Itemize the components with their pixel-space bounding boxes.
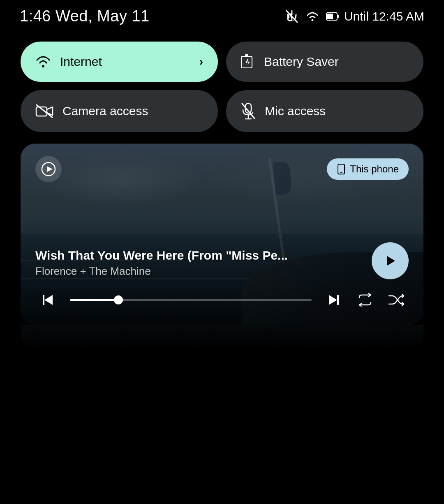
media-song-title: Wish That You Were Here (From "Miss Pe..… — [35, 249, 409, 262]
battery-icon — [326, 11, 339, 22]
battery-saver-tile[interactable]: Battery Saver — [226, 42, 423, 82]
media-progress-thumb — [114, 295, 123, 304]
camera-access-label: Camera access — [62, 104, 203, 118]
internet-tile[interactable]: Internet › — [21, 42, 218, 82]
media-top-row: This phone — [35, 156, 409, 182]
skip-previous-button[interactable] — [35, 288, 60, 312]
battery-saver-label: Battery Saver — [264, 55, 409, 69]
svg-rect-23 — [43, 295, 44, 305]
svg-marker-24 — [329, 295, 337, 305]
internet-label: Internet — [60, 55, 190, 69]
svg-rect-4 — [327, 14, 333, 19]
status-icons — [285, 9, 339, 24]
internet-chevron: › — [199, 55, 203, 68]
wifi-icon — [305, 10, 320, 23]
shuffle-button[interactable] — [384, 288, 409, 312]
device-label: This phone — [350, 163, 399, 175]
camera-off-icon — [35, 104, 53, 118]
media-progress-row — [35, 288, 409, 312]
media-controls — [35, 288, 409, 312]
battery-saver-icon — [241, 54, 255, 70]
svg-marker-18 — [47, 166, 53, 172]
svg-rect-8 — [245, 54, 248, 56]
quick-settings-grid: Internet › Battery Saver Camera access — [0, 29, 444, 132]
media-content: This phone Wish That You Were Here (From… — [21, 144, 423, 325]
phone-icon — [337, 164, 346, 174]
wifi-tile-icon — [35, 55, 51, 69]
mic-access-tile[interactable]: Mic access — [226, 90, 423, 132]
media-app-icon — [35, 156, 62, 182]
svg-point-6 — [42, 65, 44, 67]
svg-marker-21 — [387, 256, 395, 266]
media-player-card: This phone Wish That You Were Here (From… — [21, 144, 423, 325]
svg-rect-5 — [337, 15, 339, 18]
svg-marker-22 — [44, 295, 53, 305]
skip-next-button[interactable] — [321, 288, 346, 312]
status-bar: 1:46 Wed, May 11 U — [0, 0, 444, 29]
svg-point-2 — [311, 19, 313, 21]
media-device-pill[interactable]: This phone — [327, 158, 409, 180]
media-info: Wish That You Were Here (From "Miss Pe..… — [35, 249, 409, 278]
svg-rect-25 — [337, 295, 339, 305]
svg-rect-1 — [287, 14, 289, 19]
mic-access-label: Mic access — [265, 104, 409, 118]
camera-access-tile[interactable]: Camera access — [21, 90, 218, 132]
battery-text: Until 12:45 AM — [344, 9, 424, 23]
mic-off-icon — [241, 102, 256, 120]
media-artist: Florence + The Machine — [35, 265, 409, 278]
mute-icon — [285, 9, 299, 24]
bottom-reflection — [21, 325, 423, 349]
status-time: 1:46 Wed, May 11 — [20, 7, 150, 25]
status-right: Until 12:45 AM — [285, 9, 424, 24]
media-progress-track[interactable] — [70, 299, 312, 301]
repeat-button[interactable] — [353, 288, 377, 312]
media-progress-fill — [70, 299, 118, 301]
play-button[interactable] — [372, 242, 409, 279]
